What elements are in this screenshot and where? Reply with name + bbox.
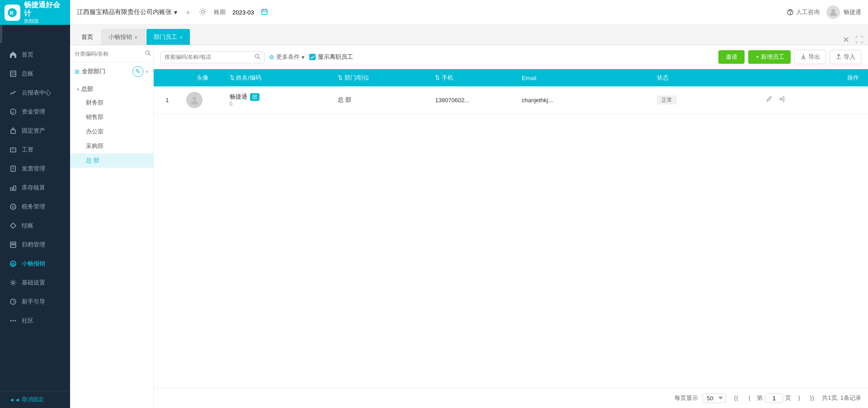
service-button[interactable]: 人工咨询 [787, 8, 820, 16]
svg-point-33 [790, 14, 791, 14]
more-filter-button[interactable]: ⚙ 更多条件 ▾ [269, 53, 305, 61]
sidebar-item-guide[interactable]: ? 新手引导 [0, 292, 70, 311]
page-last-button[interactable]: ⟩⟩ [807, 393, 817, 403]
svg-text:¥: ¥ [11, 110, 14, 114]
collapse-icon[interactable]: « [146, 68, 149, 75]
svg-rect-18 [10, 245, 16, 247]
cell-avatar [181, 86, 224, 114]
svg-point-24 [10, 320, 12, 322]
edit-icon[interactable] [765, 95, 773, 104]
sidebar-item-assets[interactable]: 固定资产 [0, 121, 70, 140]
cell-status: 正常 [651, 86, 760, 114]
page-next-button[interactable]: ⟩ [793, 393, 804, 403]
dept-item-sales[interactable]: 销售部 [70, 110, 153, 124]
page-prev-button[interactable]: ⟨ [744, 393, 755, 403]
tab-expense-label: 小畅报销 [108, 33, 132, 41]
show-resigned-checkbox[interactable] [309, 54, 316, 60]
sidebar-item-home[interactable]: 首页 [0, 45, 70, 64]
import-button[interactable]: 导入 [830, 50, 861, 64]
page-size-select[interactable]: 50 10 20 100 [703, 394, 726, 403]
sidebar-item-more[interactable]: 社区 [0, 311, 70, 330]
right-panel: ⚙ 更多条件 ▾ 显示离职员工 邀请 + 新增员工 [154, 45, 868, 408]
all-dept-label: 全部部门 [82, 67, 105, 76]
sidebar-item-invoices[interactable]: 发票管理 [0, 159, 70, 178]
sidebar-label-funds: 资金管理 [22, 108, 45, 116]
svg-point-27 [202, 10, 204, 13]
sidebar-item-ledger[interactable]: 总账 [0, 64, 70, 83]
tab-home[interactable]: 首页 [75, 29, 100, 45]
sidebar-unpin-button[interactable]: ◄◄ 取消固定 [0, 391, 70, 408]
dept-item-finance[interactable]: 财务部 [70, 95, 153, 110]
svg-text:?: ? [13, 300, 15, 304]
account-settings-icon[interactable] [199, 8, 207, 17]
dept-search-icon[interactable] [145, 50, 151, 57]
user-menu[interactable]: 畅捷通 [826, 5, 861, 19]
sidebar-label-closing: 结账 [22, 222, 33, 230]
avatar [186, 92, 203, 108]
sort-icon-name: ⇅ [230, 74, 236, 81]
page-input[interactable] [765, 394, 783, 403]
add-label: + 新增员工 [756, 53, 784, 61]
unpin-label: 取消固定 [22, 396, 44, 403]
invite-button[interactable]: 邀请 [718, 50, 745, 64]
svg-rect-2 [10, 71, 16, 76]
sidebar-label-expense: 小畅报销 [22, 260, 45, 268]
page-total-label: 共1页, 1条记录 [822, 394, 861, 402]
sidebar-nav: 首页 总账 云报表中心 ¥ 资金管理 固定资产 [0, 43, 70, 391]
sidebar-item-settings[interactable]: 基础设置 [0, 273, 70, 292]
dept-item-general[interactable]: 总 部 [70, 153, 153, 168]
employee-search-input[interactable] [165, 54, 252, 60]
col-status: 状态 [651, 69, 760, 86]
sidebar-label-inventory: 库存核算 [22, 184, 45, 192]
tab-department-close[interactable]: × [179, 34, 183, 41]
sidebar-item-reports[interactable]: 云报表中心 [0, 83, 70, 102]
cell-phone: 138070602... [429, 86, 516, 114]
expense-icon: 畅 [9, 260, 17, 268]
dept-sales-label: 销售部 [86, 114, 104, 120]
expand-arrow-icon: ▾ [77, 87, 79, 92]
show-resigned-label: 显示离职员工 [318, 53, 353, 61]
sidebar-item-inventory[interactable]: 库存核算 [0, 178, 70, 197]
sidebar-item-closing[interactable]: 结账 [0, 216, 70, 235]
sidebar-label-invoices: 发票管理 [22, 165, 45, 173]
sidebar-item-tax[interactable]: 税 税务管理 [0, 197, 70, 216]
dept-edit-button[interactable]: ✎ [132, 66, 143, 77]
ledger-icon [9, 70, 17, 78]
all-dept-header[interactable]: ⊞ 全部部门 ✎ « [70, 62, 153, 81]
tab-department[interactable]: 部门员工 × [146, 29, 190, 45]
company-selector[interactable]: 江西服宝精品有限责任公司内账张 ▾ [77, 8, 177, 16]
username-label: 畅捷通 [844, 8, 861, 16]
svg-point-21 [12, 282, 14, 284]
page-first-button[interactable]: ⟨⟨ [731, 393, 741, 403]
closing-icon [9, 222, 17, 230]
sidebar-item-funds[interactable]: ¥ 资金管理 [0, 102, 70, 121]
dept-office-label: 办公室 [86, 128, 104, 135]
close-tab-button[interactable]: ✕ [843, 35, 849, 45]
tab-expense-close[interactable]: × [134, 34, 138, 41]
page-suffix-label: 页 [785, 394, 791, 402]
sidebar-label-payroll: 工资 [22, 146, 33, 154]
show-resigned-toggle[interactable]: 显示离职员工 [309, 53, 353, 61]
dept-item-purchase[interactable]: 采购部 [70, 139, 153, 153]
dept-item-office[interactable]: 办公室 [70, 124, 153, 139]
export-button[interactable]: 导出 [794, 50, 826, 64]
sidebar-item-expense[interactable]: 畅 小畅报销 [0, 254, 70, 273]
more-icon [9, 317, 17, 325]
dept-parent-root: ▾ 总部 [70, 83, 153, 95]
table-header-row: 头像 ⇅ 姓名/编码 ⇅ 部门/职位 ⇅ 手机 [154, 69, 868, 86]
user-avatar [826, 5, 840, 19]
add-employee-button[interactable]: + 新增员工 [748, 50, 791, 64]
calendar-icon[interactable] [261, 8, 268, 17]
employee-code: 0 [230, 101, 327, 107]
employee-table-container: 头像 ⇅ 姓名/编码 ⇅ 部门/职位 ⇅ 手机 [154, 69, 868, 388]
dept-search-input[interactable] [75, 51, 142, 57]
tab-expense[interactable]: 小畅报销 × [101, 29, 145, 45]
sidebar-item-payroll[interactable]: 工资 [0, 140, 70, 159]
expand-tab-button[interactable]: ⛶ [855, 35, 863, 45]
employee-search-icon[interactable] [254, 53, 260, 61]
topbar: 江西服宝精品有限责任公司内账张 ▾ ＋ 账期 2023-03 [70, 0, 868, 25]
cell-name: 畅捷通 部 0 [224, 86, 332, 114]
sidebar-item-archive[interactable]: 归档管理 [0, 235, 70, 254]
logout-icon[interactable] [778, 95, 785, 104]
add-account-button[interactable]: ＋ [184, 7, 192, 18]
